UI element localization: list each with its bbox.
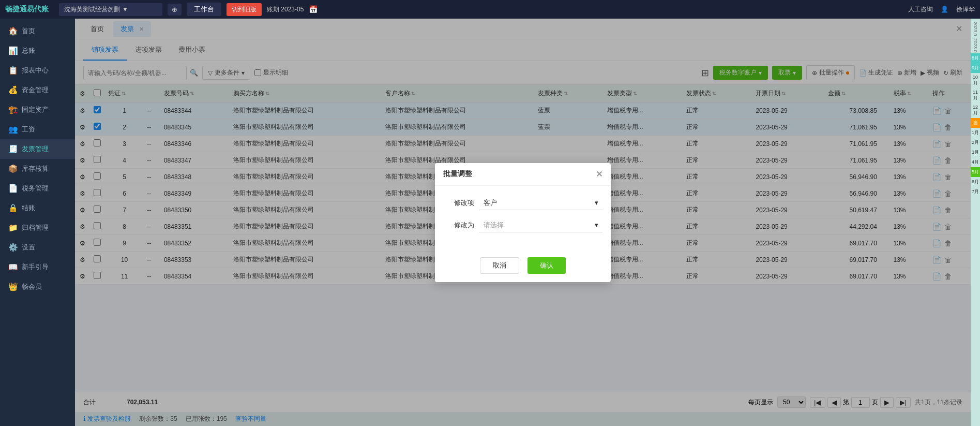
sidebar-item-ledger[interactable]: 📊 总账 [0, 41, 75, 61]
sidebar-item-invoice[interactable]: 🧾 发票管理 [0, 139, 75, 159]
sidebar-item-label: 结账 [22, 203, 35, 213]
modify-to-select[interactable]: 请选择 ▾ [479, 218, 602, 232]
sidebar-item-label: 畅会员 [22, 282, 42, 291]
modify-field-label: 修改项 [443, 198, 474, 208]
funds-icon: 💰 [8, 85, 18, 95]
sidebar-item-assets[interactable]: 🏗️ 固定资产 [0, 100, 75, 120]
archive-icon: 📁 [8, 223, 18, 232]
confirm-button[interactable]: 确认 [527, 257, 566, 274]
modify-field-row: 修改项 客户 ▾ [443, 196, 602, 210]
calendar-year-month: 2023.0 [973, 21, 978, 37]
modify-to-placeholder: 请选择 [484, 221, 504, 230]
sidebar-item-label: 发票管理 [22, 144, 49, 154]
modal-body: 修改项 客户 ▾ 修改为 请选择 ▾ [435, 186, 611, 251]
sidebar-item-settings[interactable]: ⚙️ 设置 [0, 238, 75, 257]
modal-footer: 取消 确认 [435, 251, 611, 282]
sidebar-item-label: 首页 [22, 26, 35, 36]
sidebar-item-member[interactable]: 👑 畅会员 [0, 277, 75, 297]
company-name: 沈海英测试经营勿删 [64, 5, 120, 14]
sidebar-item-label: 报表中心 [22, 66, 49, 75]
calendar-10[interactable]: 10月 [971, 73, 980, 88]
chevron-down-icon2: ▾ [595, 221, 598, 229]
inventory-icon: 📦 [8, 164, 18, 173]
batch-adjust-modal: 批量调整 ✕ 修改项 客户 ▾ 修改为 请选择 [435, 163, 611, 282]
period-info: 账期 2023-05 [267, 5, 304, 14]
main-layout: 🏠 首页 📊 总账 📋 报表中心 💰 资金管理 🏗️ 固定资产 👥 工资 🧾 发… [0, 19, 980, 426]
modify-field-select[interactable]: 客户 ▾ [479, 196, 602, 210]
sidebar-item-label: 资金管理 [22, 85, 49, 95]
sidebar-item-inventory[interactable]: 📦 库存核算 [0, 159, 75, 179]
sidebar-item-label: 库存核算 [22, 164, 49, 173]
calendar-2[interactable]: 2月 [971, 138, 980, 148]
calendar-icon[interactable]: 📅 [309, 5, 318, 13]
invoice-icon: 🧾 [8, 144, 18, 154]
sidebar-item-label: 设置 [22, 243, 35, 252]
sidebar-item-reports[interactable]: 📋 报表中心 [0, 61, 75, 80]
sidebar-item-label: 新手引导 [22, 262, 49, 272]
calendar-4[interactable]: 4月 [971, 157, 980, 167]
sidebar-item-close[interactable]: 🔒 结账 [0, 198, 75, 218]
modal-close-icon[interactable]: ✕ [596, 169, 602, 179]
member-icon: 👑 [8, 282, 18, 291]
top-right-actions: 人工咨询 👤 徐泽华 [908, 5, 975, 14]
dropdown-icon: ▼ [122, 6, 128, 13]
calendar-8[interactable]: 8月 [971, 53, 980, 63]
cancel-button[interactable]: 取消 [480, 257, 519, 274]
home-icon: 🏠 [8, 26, 18, 36]
sidebar-item-salary[interactable]: 👥 工资 [0, 120, 75, 139]
top-bar: 畅捷通易代账 沈海英测试经营勿删 ▼ ⊕ 工作台 切到旧版 账期 2023-05… [0, 0, 980, 19]
calendar-5[interactable]: 5月 [971, 167, 980, 177]
sidebar-item-archive[interactable]: 📁 归档管理 [0, 218, 75, 238]
sidebar-item-tax[interactable]: 📄 税务管理 [0, 179, 75, 198]
ai-consult-btn[interactable]: 人工咨询 [908, 5, 933, 14]
main-area: 首页 发票 ✕ ✕ 销项发票 进项发票 费用小票 [75, 19, 971, 426]
modal-overlay: 批量调整 ✕ 修改项 客户 ▾ 修改为 请选择 [75, 19, 971, 426]
calendar-12[interactable]: 12月 [971, 103, 980, 118]
sidebar-item-label: 归档管理 [22, 223, 49, 232]
assets-icon: 🏗️ [8, 105, 18, 114]
workbench-button[interactable]: 工作台 [187, 3, 221, 16]
calendar-current[interactable]: 当 [971, 118, 980, 128]
modal-header: 批量调整 ✕ [435, 163, 611, 186]
calendar-3[interactable]: 3月 [971, 148, 980, 157]
modify-field-value: 客户 [484, 198, 497, 208]
salary-icon: 👥 [8, 125, 18, 134]
app-logo: 畅捷通易代账 [5, 5, 49, 14]
sidebar-item-guide[interactable]: 📖 新手引导 [0, 257, 75, 277]
modal-title: 批量调整 [443, 169, 472, 179]
ledger-icon: 📊 [8, 46, 18, 55]
user-name: 徐泽华 [956, 5, 975, 14]
sidebar-item-label: 税务管理 [22, 184, 49, 193]
sidebar: 🏠 首页 📊 总账 📋 报表中心 💰 资金管理 🏗️ 固定资产 👥 工资 🧾 发… [0, 19, 75, 426]
period-switch-button[interactable]: 切到旧版 [227, 3, 262, 16]
chevron-down-icon: ▾ [595, 199, 598, 207]
close-account-icon: 🔒 [8, 203, 18, 213]
company-icon-btn[interactable]: ⊕ [168, 4, 182, 16]
sidebar-item-home[interactable]: 🏠 首页 [0, 21, 75, 41]
calendar-1[interactable]: 1月 [971, 128, 980, 138]
calendar-7[interactable]: 7月 [971, 187, 980, 197]
reports-icon: 📋 [8, 66, 18, 75]
sidebar-item-funds[interactable]: 💰 资金管理 [0, 80, 75, 100]
tax-icon: 📄 [8, 184, 18, 193]
user-avatar: 👤 [941, 6, 948, 13]
sidebar-item-label: 总账 [22, 46, 35, 55]
modify-to-row: 修改为 请选择 ▾ [443, 218, 602, 232]
calendar-11[interactable]: 11月 [971, 88, 980, 103]
sidebar-item-label: 工资 [22, 125, 35, 134]
calendar-year-month2: 2023.0 [973, 37, 978, 54]
company-selector[interactable]: 沈海英测试经营勿删 ▼ [59, 3, 162, 16]
modify-to-label: 修改为 [443, 221, 474, 230]
sidebar-item-label: 固定资产 [22, 105, 49, 114]
settings-icon: ⚙️ [8, 243, 18, 252]
guide-icon: 📖 [8, 262, 18, 272]
calendar-9[interactable]: 9月 [971, 63, 980, 73]
calendar-6[interactable]: 6月 [971, 177, 980, 187]
calendar-side-panel: 2023.0 2023.0 8月 9月 10月 11月 12月 当 1月 2月 … [971, 19, 980, 426]
